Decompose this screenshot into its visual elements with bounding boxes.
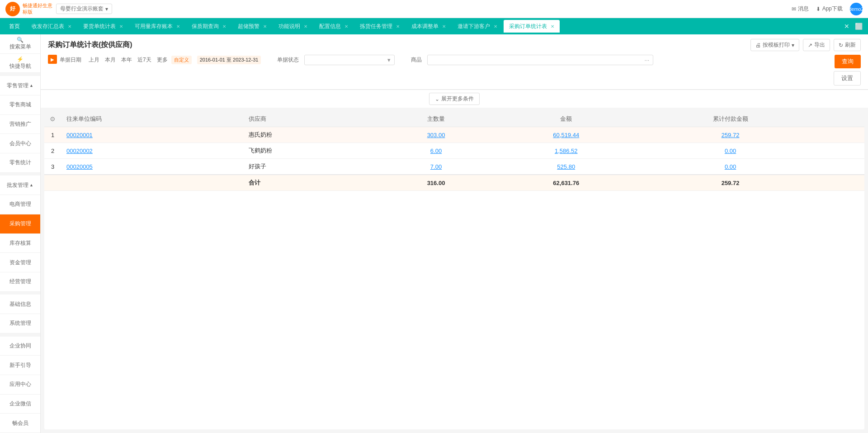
setting-button[interactable]: 设置 [834,71,861,86]
paid-link[interactable]: 0.00 [725,148,736,154]
custom-date-tag[interactable]: 自定义 [171,56,192,64]
sidebar-item-purchase[interactable]: 采购管理 [0,214,40,234]
col-code-header: 往来单位编码 [61,111,243,127]
row-code: 00020001 [61,127,243,143]
nav-tab-3[interactable]: 保质期查询 ✕ [186,20,231,33]
sidebar-item-members2[interactable]: 畅会员 [0,414,40,433]
close-icon[interactable]: ✕ [176,24,180,29]
qty-link[interactable]: 303.00 [427,132,445,138]
sidebar-item-operations[interactable]: 经营管理 [0,272,40,292]
nav-tab-2[interactable]: 可用量库存账本 ✕ [129,20,185,33]
amount-link[interactable]: 525.80 [557,163,575,170]
nav-tab-8[interactable]: 成本调整单 ✕ [406,20,451,33]
nav-tab-home[interactable]: 首页 [4,20,25,33]
qty-link[interactable]: 7.00 [430,163,442,170]
amount-link[interactable]: 60,519.44 [553,132,579,138]
shortcut-more[interactable]: 更多 [155,56,170,64]
sidebar-item-app-center[interactable]: 应用中心 [0,375,40,395]
template-print-button[interactable]: 🖨 按模板打印 ▾ [750,39,799,51]
nav-tabs: 首页 收发存汇总表 ✕ 要货单统计表 ✕ 可用量库存账本 ✕ 保质期查询 ✕ 超… [0,18,868,34]
shortcut-this-month[interactable]: 本月 [103,56,118,64]
status-select[interactable]: ▾ [304,55,395,65]
sidebar-item-wechat[interactable]: 企业微信 [0,395,40,414]
sidebar-item-basic-info[interactable]: 基础信息 [0,295,40,314]
code-link[interactable]: 00020005 [66,163,93,170]
close-icon[interactable]: ✕ [551,24,554,29]
shortcut-last-month[interactable]: 上月 [87,56,101,64]
close-icon[interactable]: ✕ [344,24,348,29]
qty-link[interactable]: 6.00 [430,148,442,154]
col-extra [821,111,864,127]
row-no: 1 [44,127,61,143]
export-button[interactable]: ↗ 导出 [803,39,830,51]
sidebar-item-wholesale[interactable]: 批发管理 ▲ [0,176,40,195]
close-icon[interactable]: ✕ [442,24,446,29]
code-link[interactable]: 00020001 [66,132,93,138]
row-amount: 525.80 [493,159,639,175]
nav-tab-1[interactable]: 要货单统计表 ✕ [78,20,128,33]
row-no: 2 [44,143,61,159]
nav-tab-7[interactable]: 拣货任务管理 ✕ [354,20,405,33]
search-button[interactable]: 查询 [835,55,861,68]
close-icon[interactable]: ✕ [396,24,400,29]
paid-link[interactable]: 259.72 [722,132,740,138]
nav-tab-4[interactable]: 超储预警 ✕ [232,20,272,33]
toggle-filter-button[interactable]: ▶ [48,55,57,64]
refresh-button[interactable]: ↻ 刷新 [834,39,861,51]
col-qty-header: 主数量 [379,111,493,127]
close-icon[interactable]: ✕ [494,24,497,29]
nav-tab-6[interactable]: 配置信息 ✕ [314,20,354,33]
close-icon[interactable]: ✕ [119,24,123,29]
print-icon: 🖨 [755,42,761,48]
close-icon[interactable]: ✕ [263,24,267,29]
code-link[interactable]: 00020002 [66,148,93,154]
sidebar-item-enterprise[interactable]: 企业协同 [0,337,40,356]
sidebar-item-system[interactable]: 系统管理 [0,314,40,333]
sidebar-item-members[interactable]: 会员中心 [0,134,40,153]
nav-tab-0[interactable]: 收发存汇总表 ✕ [26,20,77,33]
sidebar-item-marketing[interactable]: 营销推广 [0,115,40,134]
close-tab-button[interactable]: ✕ [842,22,851,31]
goods-input[interactable] [431,57,642,63]
sidebar-item-inventory[interactable]: 库存核算 [0,234,40,253]
row-qty: 7.00 [379,159,493,175]
search-icon: 🔍 [17,37,24,43]
workspace-selector[interactable]: 母婴行业演示账套 ▾ [56,4,112,14]
goods-more-icon[interactable]: ··· [645,57,650,63]
data-table: ⚙ 往来单位编码 供应商 主数量 金额 [44,111,864,191]
sidebar-item-new-guide[interactable]: 新手引导 [0,356,40,375]
sidebar-item-finance[interactable]: 资金管理 [0,253,40,272]
table-row: 3 00020005 好孩子 7.00 525.80 0.00 [44,159,864,175]
paid-link[interactable]: 0.00 [725,163,736,170]
filter-row-1: 单据日期 上月 本月 本年 近7天 更多 自定义 2016-0 [60,55,826,65]
page-title: 采购订单统计表(按供应商) [48,40,132,50]
close-icon[interactable]: ✕ [68,24,71,29]
sidebar-item-search[interactable]: 🔍 搜索菜单 [0,34,40,54]
top-bar-left: 好 畅捷通好生意 标版 母婴行业演示账套 ▾ [5,2,112,16]
sidebar-item-quick-nav[interactable]: ⚡ 快捷导航 [0,54,40,73]
logo-area: 好 畅捷通好生意 标版 [5,2,52,16]
amount-link[interactable]: 1,586.52 [555,148,578,154]
shortcut-7days[interactable]: 近7天 [136,56,153,64]
close-icon[interactable]: ✕ [222,24,226,29]
app-download-button[interactable]: ⬇ App下载 [816,5,843,13]
expand-row: ⌄ 展开更多条件 [41,90,868,108]
row-code: 00020002 [61,143,243,159]
sidebar-item-retail-mall[interactable]: 零售商城 [0,95,40,115]
goods-input-wrap[interactable]: ··· [427,55,653,65]
sidebar-item-retail-stats[interactable]: 零售统计 [0,153,40,173]
nav-tab-10[interactable]: 采购订单统计表 ✕ [504,20,560,33]
restore-tab-button[interactable]: ⬜ [853,22,864,31]
shortcut-this-year[interactable]: 本年 [119,56,134,64]
page-actions: 🖨 按模板打印 ▾ ↗ 导出 ↻ 刷新 [750,39,861,51]
sidebar-item-retail-mgmt[interactable]: 零售管理 ▲ [0,76,40,95]
avatar[interactable]: demo2 [850,3,863,15]
nav-tab-5[interactable]: 功能说明 ✕ [273,20,313,33]
settings-icon[interactable]: ⚙ [50,115,56,123]
nav-tab-9[interactable]: 邀请下游客户 ✕ [452,20,503,33]
sidebar-item-ecommerce[interactable]: 电商管理 [0,195,40,214]
refresh-icon: ↻ [839,42,843,48]
close-icon[interactable]: ✕ [304,24,307,29]
expand-conditions-button[interactable]: ⌄ 展开更多条件 [429,93,480,105]
messages-button[interactable]: ✉ 消息 [792,5,809,13]
